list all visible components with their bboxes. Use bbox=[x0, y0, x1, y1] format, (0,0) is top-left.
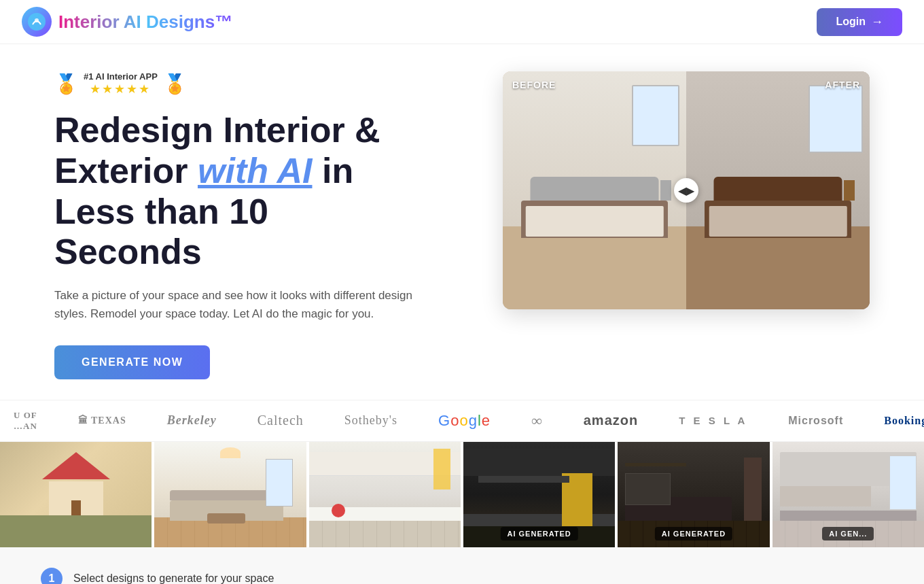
hero-heading: Redesign Interior & Exterior with AI in … bbox=[54, 110, 428, 273]
hero-section: 🏅 #1 AI Interior APP ★★★★★ 🏅 Redesign In… bbox=[0, 44, 924, 400]
house-roof-icon bbox=[42, 452, 110, 479]
gallery-item-5[interactable]: AI GENERATED bbox=[618, 442, 769, 547]
brand-logo-sothebys: Sotheby's bbox=[344, 413, 397, 428]
gallery-scene-living bbox=[154, 442, 306, 547]
award-title: #1 AI Interior APP bbox=[84, 71, 158, 82]
ai-generated-badge-5: AI GENERATED bbox=[655, 527, 732, 540]
slider-handle[interactable]: ◀▶ bbox=[674, 178, 698, 203]
steps-section: 1 Select designs to generate for your sp… bbox=[0, 547, 924, 584]
before-lamp bbox=[660, 180, 671, 201]
ai-generated-badge-6: AI GEN... bbox=[822, 527, 874, 540]
before-room-scene bbox=[503, 71, 686, 309]
brand-logo-uf: U OF…AN bbox=[14, 410, 37, 432]
coffee-table bbox=[207, 513, 245, 523]
site-title: Interior AI Designs™ bbox=[58, 12, 232, 33]
before-panel bbox=[503, 71, 686, 309]
brand-logo-google: Google bbox=[438, 412, 491, 430]
gallery-scene-kitchen bbox=[309, 442, 461, 547]
navbar: Interior AI Designs™ Login → bbox=[0, 0, 924, 44]
brands-inner: U OF…AN 🏛 TEXAS Berkeley Caltech Sotheby… bbox=[0, 410, 924, 432]
gallery-item-3[interactable] bbox=[309, 442, 461, 547]
generate-now-button[interactable]: GENERATE NOW bbox=[54, 345, 210, 379]
ai-generated-badge-4: AI GENERATED bbox=[500, 527, 578, 540]
brand-logo-microsoft: Microsoft bbox=[788, 415, 843, 427]
before-floor bbox=[503, 226, 686, 310]
laurel-left-icon: 🏅 bbox=[54, 73, 78, 95]
brand-logo-berkeley: Berkeley bbox=[167, 413, 217, 428]
nav-left: Interior AI Designs™ bbox=[22, 7, 232, 37]
step-number-1: 1 bbox=[41, 568, 63, 584]
before-bedding bbox=[526, 206, 664, 237]
laurel-right-icon: 🏅 bbox=[163, 73, 187, 95]
arrow-icon: → bbox=[871, 15, 883, 29]
brands-strip: U OF…AN 🏛 TEXAS Berkeley Caltech Sotheby… bbox=[0, 400, 924, 442]
award-stars: ★★★★★ bbox=[84, 82, 158, 97]
kitchen-window-yellow bbox=[433, 449, 450, 489]
brand-logo-meta: ∞ bbox=[531, 412, 543, 430]
step-item-1: 1 Select designs to generate for your sp… bbox=[41, 568, 883, 584]
award-badge: 🏅 #1 AI Interior APP ★★★★★ 🏅 bbox=[54, 71, 428, 97]
kitchen-floor bbox=[309, 517, 461, 547]
gallery-strip: AI GENERATED AI GENERATED AI GEN... bbox=[0, 442, 924, 547]
brand-logo-booking: Booking.com bbox=[884, 415, 924, 427]
logo-icon bbox=[22, 7, 52, 37]
hero-description: Take a picture of your space and see how… bbox=[54, 286, 428, 323]
after-headboard bbox=[714, 177, 842, 201]
hero-left: 🏅 #1 AI Interior APP ★★★★★ 🏅 Redesign In… bbox=[54, 71, 428, 379]
before-headboard bbox=[531, 177, 659, 201]
brand-logo-caltech: Caltech bbox=[257, 413, 304, 428]
brand-logo-tesla: T E S L A bbox=[679, 415, 747, 426]
award-text: #1 AI Interior APP ★★★★★ bbox=[84, 71, 158, 97]
after-bedding bbox=[709, 206, 847, 237]
gallery-item-2[interactable] bbox=[154, 442, 306, 547]
step-text-1: Select designs to generate for your spac… bbox=[73, 572, 274, 584]
gallery-item-4[interactable]: AI GENERATED bbox=[463, 442, 615, 547]
after-lamp bbox=[844, 180, 855, 201]
after-panel bbox=[686, 71, 870, 309]
gallery-item-6[interactable]: AI GEN... bbox=[772, 442, 924, 547]
gallery-scene-exterior bbox=[0, 442, 152, 547]
brand-logo-amazon: amazon bbox=[584, 413, 638, 428]
after-label: AFTER bbox=[825, 80, 860, 90]
before-label: BEFORE bbox=[512, 80, 556, 90]
brand-logo-texas: 🏛 TEXAS bbox=[78, 415, 126, 426]
after-floor bbox=[686, 226, 870, 310]
before-after-slider[interactable]: BEFORE AFTER ◀▶ bbox=[503, 71, 870, 309]
after-room-scene bbox=[686, 71, 870, 309]
gallery-item-1[interactable] bbox=[0, 442, 152, 547]
after-window bbox=[808, 85, 863, 153]
ai-highlight: with AI bbox=[198, 151, 313, 190]
login-button[interactable]: Login → bbox=[817, 8, 902, 36]
svg-point-1 bbox=[35, 18, 39, 22]
dark-cabinet-top bbox=[463, 449, 615, 476]
hero-right: BEFORE AFTER ◀▶ bbox=[503, 71, 870, 309]
before-window bbox=[632, 85, 679, 146]
house-door bbox=[71, 500, 81, 515]
ceiling-lamp bbox=[220, 447, 241, 458]
